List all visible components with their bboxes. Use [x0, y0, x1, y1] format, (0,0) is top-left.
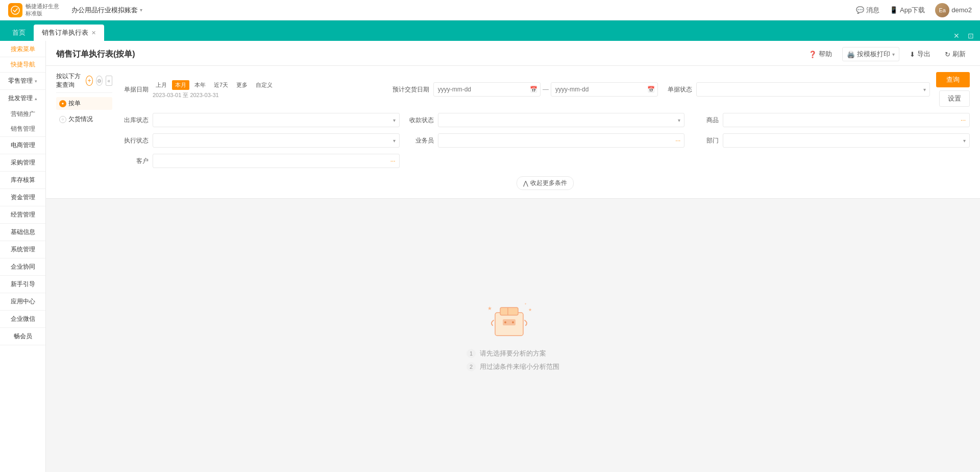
scheme-settings-button[interactable]: ⚙: [96, 76, 103, 86]
app-download-button[interactable]: 📱 App下载: [890, 6, 925, 15]
sidebar-item-finance[interactable]: 资金管理: [0, 189, 45, 206]
step-1-num: 1: [467, 349, 476, 358]
scheme-item-andan[interactable]: ● 按单: [56, 97, 112, 110]
sidebar-item-system[interactable]: 系统管理: [0, 241, 45, 258]
empty-step-2: 2 用过滤条件来缩小分析范围: [467, 362, 559, 371]
tab-home-label: 首页: [12, 28, 26, 37]
out-status-select[interactable]: [153, 113, 400, 127]
sidebar-search[interactable]: 搜索菜单: [0, 41, 45, 57]
empty-step-1: 1 请先选择要分析的方案: [467, 349, 559, 358]
sidebar-item-purchase[interactable]: 采购管理: [0, 154, 45, 172]
date-range: 2023-03-01 至 2023-03-31: [153, 91, 386, 99]
sidebar-wholesale-header[interactable]: 批发管理 ▴: [0, 90, 45, 107]
print-button[interactable]: 🖨️ 按模板打印 ▾: [842, 47, 899, 61]
sidebar-item-ecommerce[interactable]: 电商管理: [0, 137, 45, 154]
tab-close-icon[interactable]: ✕: [91, 30, 96, 36]
tab-close-window-icon[interactable]: ✕: [951, 31, 962, 41]
date-btn-lastmonth[interactable]: 上月: [153, 80, 170, 90]
tab-bar: 首页 销售订单执行表 ✕ ✕ ⊡: [0, 20, 980, 41]
tab-sales-order[interactable]: 销售订单执行表 ✕: [34, 25, 104, 41]
sidebar-quicknav[interactable]: 快捷导航: [0, 57, 45, 73]
sidebar-item-basic[interactable]: 基础信息: [0, 224, 45, 241]
salesperson-trigger-icon[interactable]: ···: [673, 137, 682, 144]
date-btn-custom[interactable]: 自定义: [253, 80, 276, 90]
export-button[interactable]: ⬇ 导出: [905, 48, 935, 61]
scheme-collapse-button[interactable]: «: [106, 76, 112, 86]
page-actions: ❓ 帮助 🖨️ 按模板打印 ▾ ⬇ 导出 ↻ 刷新: [804, 47, 970, 61]
message-icon: 💬: [856, 6, 864, 14]
sidebar-item-marketing[interactable]: 营销推广: [0, 107, 45, 122]
page-header: 销售订单执行表(按单) ❓ 帮助 🖨️ 按模板打印 ▾ ⬇ 导出 ↻ 刷新: [46, 41, 980, 66]
sidebar-item-newuser[interactable]: 新手引导: [0, 276, 45, 293]
refresh-icon: ↻: [945, 51, 950, 58]
goods-label: 商品: [691, 116, 719, 125]
tab-restore-icon[interactable]: ⊡: [966, 31, 976, 41]
scheme-item-qianhuo[interactable]: ○ 欠货情况: [56, 113, 112, 126]
sidebar-item-cooperation[interactable]: 企业协同: [0, 258, 45, 276]
svg-text:✦: ✦: [524, 302, 527, 305]
main-layout: 搜索菜单 快捷导航 零售管理 ▾ 批发管理 ▴ 营销推广 销售管理 电商管理 采…: [0, 41, 980, 472]
tab-sales-order-label: 销售订单执行表: [42, 28, 88, 37]
expected-date-to-input[interactable]: [551, 82, 658, 97]
date-quick-buttons: 上月 本月 本年 近7天 更多 自定义: [153, 80, 386, 90]
department-select-wrap: [723, 133, 970, 148]
customer-label: 客户: [120, 157, 149, 166]
sidebar-item-member[interactable]: 畅会员: [0, 328, 45, 345]
filter-goods-field: 商品 ···: [691, 113, 970, 127]
expected-date-from-input[interactable]: [433, 82, 541, 97]
sidebar-item-operation[interactable]: 经营管理: [0, 206, 45, 224]
settings-button[interactable]: 设置: [939, 90, 970, 107]
content-area: 销售订单执行表(按单) ❓ 帮助 🖨️ 按模板打印 ▾ ⬇ 导出 ↻ 刷新: [46, 41, 980, 472]
sidebar-item-inventory[interactable]: 库存核算: [0, 172, 45, 189]
sidebar-item-appstore[interactable]: 应用中心: [0, 293, 45, 311]
filter-expected-date-field: 预计交货日期 📅 — 📅: [393, 82, 658, 97]
date-btn-more[interactable]: 更多: [233, 80, 251, 90]
collapse-button[interactable]: ⋀ 收起更多条件: [517, 176, 574, 190]
help-button[interactable]: ❓ 帮助: [804, 48, 836, 61]
expected-date-to-wrap: 📅: [551, 82, 658, 97]
user-menu[interactable]: Ea demo2: [935, 3, 972, 17]
filter-fields: 单据日期 上月 本月 本年 近7天 更多 自定义: [120, 72, 970, 192]
filter-receipt-status-field: 收款状态: [406, 113, 685, 127]
receipt-status-select[interactable]: [438, 113, 685, 127]
scheme-add-button[interactable]: +: [86, 76, 92, 86]
filter-doc-status-field: 单据状态: [664, 82, 930, 97]
message-button[interactable]: 💬 消息: [856, 6, 879, 15]
calendar-from-icon: 📅: [530, 86, 537, 93]
tab-home[interactable]: 首页: [4, 25, 34, 41]
header-left: 畅捷通好生意 标准版 办公用品行业模拟账套 ▾: [8, 3, 142, 17]
collapse-more-area: ⋀ 收起更多条件: [120, 172, 970, 192]
goods-input[interactable]: [723, 113, 970, 127]
expected-date-range: 📅 — 📅: [433, 82, 658, 97]
breadcrumb-dropdown-icon[interactable]: ▾: [140, 7, 142, 13]
goods-trigger-icon[interactable]: ···: [959, 116, 968, 124]
salesperson-input[interactable]: [438, 133, 685, 148]
header-right: 💬 消息 📱 App下载 Ea demo2: [856, 3, 972, 17]
filter-date-field: 单据日期 上月 本月 本年 近7天 更多 自定义: [120, 80, 386, 99]
customer-input[interactable]: [153, 154, 400, 168]
exec-status-select-wrap: [153, 133, 400, 148]
date-btn-thismonth[interactable]: 本月: [172, 80, 189, 90]
svg-text:★: ★: [487, 305, 492, 311]
doc-status-select[interactable]: [696, 82, 930, 97]
date-btn-thisyear[interactable]: 本年: [191, 80, 209, 90]
refresh-button[interactable]: ↻ 刷新: [941, 48, 970, 61]
help-icon: ❓: [808, 51, 817, 58]
logo-text: 畅捷通好生意 标准版: [26, 3, 59, 16]
sidebar-item-sales[interactable]: 销售管理: [0, 122, 45, 136]
sidebar-item-wechat[interactable]: 企业微信: [0, 311, 45, 328]
sidebar-group-wholesale: 批发管理 ▴ 营销推广 销售管理: [0, 90, 45, 137]
search-button[interactable]: 查询: [936, 72, 970, 87]
print-dropdown-icon: ▾: [892, 52, 895, 57]
date-btn-7days[interactable]: 近7天: [211, 80, 231, 90]
empty-content: ★ ★ ✦ 1 请先选择要分析的方案 2 用过滤条件来缩小分析范围: [46, 199, 980, 472]
page-title: 销售订单执行表(按单): [56, 49, 135, 60]
scheme-header: 按以下方案查询 + ⚙ «: [56, 72, 112, 93]
print-icon: 🖨️: [847, 51, 855, 58]
department-select[interactable]: [723, 133, 970, 148]
sidebar-retail-header[interactable]: 零售管理 ▾: [0, 73, 45, 89]
breadcrumb[interactable]: 办公用品行业模拟账套 ▾: [71, 6, 142, 15]
customer-trigger-icon[interactable]: ···: [388, 157, 398, 164]
empty-box-icon: ★ ★ ✦: [487, 300, 538, 341]
exec-status-select[interactable]: [153, 133, 400, 148]
